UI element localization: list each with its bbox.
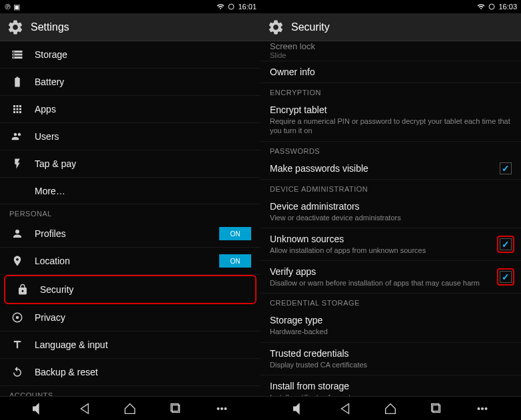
setting-title: Verify apps	[270, 266, 512, 277]
settings-item-more[interactable]: More…	[0, 178, 260, 204]
setting-title: Encrypt tablet	[270, 105, 512, 115]
item-label: Privacy	[35, 312, 65, 323]
settings-item-security[interactable]: Security	[4, 275, 257, 304]
toggle-on[interactable]: ON	[219, 254, 251, 268]
settings-item-language[interactable]: Language & input	[0, 331, 260, 359]
left-screenshot: ℗ ▣ 16:01 Settings Storage Battery Apps …	[0, 0, 260, 420]
setting-title: Trusted credentials	[270, 348, 512, 359]
app-header: Settings	[0, 13, 260, 41]
section-personal: PERSONAL	[0, 204, 260, 220]
section-passwords: PASSWORDS	[260, 142, 521, 158]
verify-apps-row[interactable]: Verify appsDisallow or warn before insta…	[260, 261, 521, 294]
nav-menu-icon[interactable]	[475, 401, 490, 416]
settings-item-users[interactable]: Users	[0, 123, 260, 150]
right-screenshot: 16:03 Security Screen lock Slide Owner i…	[260, 0, 521, 420]
tap-icon	[11, 158, 23, 170]
users-icon	[11, 130, 23, 142]
settings-item-profiles[interactable]: ProfilesON	[0, 220, 260, 248]
item-label: Security	[40, 284, 74, 295]
settings-list[interactable]: Storage Battery Apps Users Tap & pay Mor…	[0, 41, 260, 396]
svg-point-8	[225, 407, 227, 409]
storage-icon	[11, 49, 23, 61]
setting-subtitle: Require a numerical PIN or password to d…	[270, 116, 512, 136]
nav-home-icon[interactable]	[123, 401, 137, 416]
setting-subtitle: Slide	[270, 51, 512, 59]
nav-back-icon[interactable]	[77, 401, 92, 416]
gear-icon[interactable]	[267, 19, 284, 36]
item-label: Backup & reset	[35, 367, 98, 377]
svg-point-0	[229, 4, 234, 9]
nav-volume-icon[interactable]	[292, 401, 306, 416]
nav-back-icon[interactable]	[338, 401, 352, 416]
passwords-visible-row[interactable]: Make passwords visible	[260, 158, 521, 180]
item-label: Language & input	[35, 339, 108, 350]
nav-volume-icon[interactable]	[31, 401, 46, 416]
toggle-on[interactable]: ON	[219, 227, 251, 240]
checkbox[interactable]	[500, 238, 512, 250]
encrypt-tablet-row[interactable]: Encrypt tabletRequire a numerical PIN or…	[260, 99, 521, 142]
setting-subtitle: Display trusted CA certificates	[270, 360, 512, 369]
setting-subtitle: Hardware-backed	[270, 327, 512, 336]
pinterest-icon: ℗	[4, 3, 11, 11]
clock-text: 16:03	[498, 3, 517, 11]
nav-recent-icon[interactable]	[169, 401, 183, 416]
svg-point-6	[217, 407, 219, 409]
status-bar: 16:03	[260, 0, 521, 13]
svg-point-13	[482, 407, 484, 409]
item-label: Profiles	[35, 228, 66, 239]
page-title: Security	[291, 21, 330, 33]
setting-title: Unknown sources	[270, 234, 512, 244]
trusted-credentials-row[interactable]: Trusted credentialsDisplay trusted CA ce…	[260, 343, 521, 375]
setting-title: Install from storage	[270, 381, 512, 391]
screen-lock-row[interactable]: Screen lock Slide	[260, 41, 521, 61]
backup-icon	[11, 366, 23, 378]
svg-point-3	[16, 316, 19, 319]
page-title: Settings	[31, 21, 69, 33]
security-list[interactable]: Screen lock Slide Owner info ENCRYPTION …	[260, 41, 521, 396]
settings-item-tap-pay[interactable]: Tap & pay	[0, 150, 260, 178]
settings-item-apps[interactable]: Apps	[0, 96, 260, 123]
svg-point-1	[15, 230, 19, 234]
checkbox[interactable]	[500, 271, 512, 283]
svg-point-9	[489, 4, 494, 9]
lock-icon	[17, 284, 29, 296]
section-accounts: ACCOUNTS	[0, 386, 260, 396]
setting-subtitle: Disallow or warn before installation of …	[270, 278, 512, 288]
camera-icon: ▣	[13, 3, 20, 11]
nav-menu-icon[interactable]	[215, 401, 229, 416]
section-device-admin: DEVICE ADMINISTRATION	[260, 180, 521, 196]
settings-item-battery[interactable]: Battery	[0, 69, 260, 96]
section-encryption: ENCRYPTION	[260, 83, 521, 99]
apps-icon	[11, 103, 23, 115]
language-icon	[11, 339, 23, 351]
setting-title: Screen lock	[270, 41, 512, 51]
item-label: Location	[35, 256, 70, 266]
setting-subtitle: Allow installation of apps from unknown …	[270, 246, 512, 255]
settings-item-backup[interactable]: Backup & reset	[0, 359, 260, 386]
owner-info-row[interactable]: Owner info	[260, 61, 521, 83]
privacy-icon	[11, 312, 23, 323]
unknown-sources-row[interactable]: Unknown sourcesAllow installation of app…	[260, 228, 521, 261]
item-label: Battery	[35, 77, 64, 87]
nav-home-icon[interactable]	[383, 401, 398, 416]
item-label: More…	[35, 186, 65, 196]
clock-text: 16:01	[238, 3, 257, 11]
status-bar: ℗ ▣ 16:01	[0, 0, 260, 13]
install-storage-row[interactable]: Install from storageInstall certificates…	[260, 375, 521, 396]
item-label: Tap & pay	[35, 158, 76, 169]
nav-recent-icon[interactable]	[429, 401, 444, 416]
setting-title: Owner info	[270, 67, 512, 77]
app-header: Security	[260, 13, 521, 41]
setting-title: Make passwords visible	[270, 163, 512, 174]
device-admins-row[interactable]: Device administratorsView or deactivate …	[260, 196, 521, 228]
setting-subtitle: View or deactivate device administrators	[270, 213, 512, 222]
settings-item-storage[interactable]: Storage	[0, 41, 260, 69]
battery-icon	[11, 76, 23, 88]
settings-item-location[interactable]: LocationON	[0, 248, 260, 275]
settings-item-privacy[interactable]: Privacy	[0, 304, 260, 331]
wifi-icon	[217, 3, 225, 11]
checkbox[interactable]	[500, 162, 512, 174]
storage-type-row[interactable]: Storage typeHardware-backed	[260, 310, 521, 342]
setting-title: Device administrators	[270, 201, 512, 212]
ring-icon	[488, 3, 496, 11]
